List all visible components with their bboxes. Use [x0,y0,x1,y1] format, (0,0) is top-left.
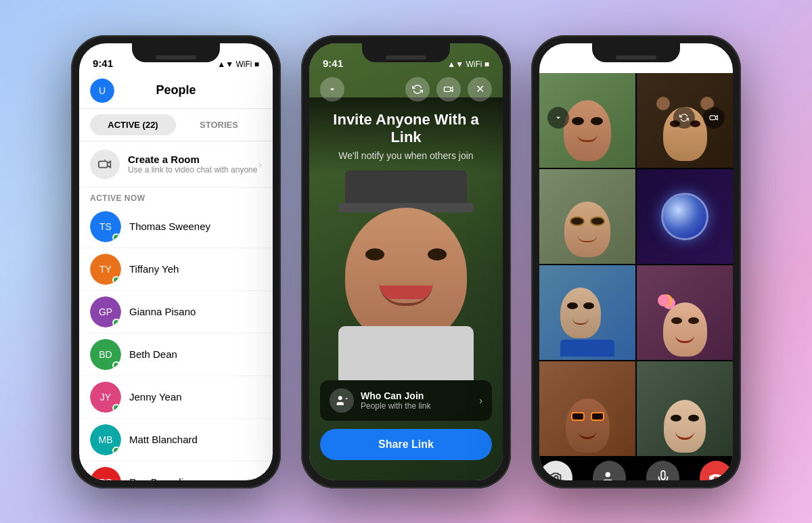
time-3: 9:41 [553,58,573,69]
close-button[interactable]: ✕ [468,77,492,101]
camera-button[interactable] [539,461,572,480]
who-can-join-text: Who Can Join People with the link [361,390,430,411]
share-link-button[interactable]: Share Link [320,429,492,460]
person-avatar-2: TY [90,254,121,285]
person-6 [663,302,707,357]
person-name-6: Matt Blanchard [129,434,198,445]
create-room-label: Create a Room [128,154,257,165]
person-name-3: Gianna Pisano [129,306,196,317]
participant-5-bg [539,265,635,360]
create-room-text: Create a Room Use a link to video chat w… [128,154,257,175]
mouth-8 [675,431,694,440]
person-avatar-4: BD [90,339,121,370]
person-name-5: Jenny Yean [129,391,182,403]
phone2-content: Invite Anyone With a Link We'll notify y… [309,43,503,480]
mouth-5 [572,318,589,325]
svg-rect-5 [710,116,715,120]
list-item[interactable]: BD Beth Dean [79,334,273,376]
orb-face [661,193,708,240]
user-avatar[interactable]: U [90,78,114,103]
cell-bg-5 [539,265,635,360]
online-dot-1 [112,233,120,242]
p3-video-toggle[interactable] [703,107,725,129]
eye-r-8 [688,415,699,422]
grid-cell-3 [539,169,635,264]
svg-point-7 [605,472,610,477]
p3-back-button[interactable] [547,107,569,129]
participant-7-bg [539,361,635,456]
shirt [338,326,474,380]
grid-cell-8 [637,361,733,456]
person-avatar-3: GP [90,296,121,327]
eye-l-6 [671,317,682,324]
grid-cell-4 [637,169,733,264]
list-item[interactable]: GP Gianna Pisano [79,291,273,334]
ear-speaker-2 [386,55,426,60]
tab-active[interactable]: ACTIVE (22) [90,114,176,135]
list-item[interactable]: RB Ron Besselin [79,461,273,480]
video-toggle-button[interactable] [436,77,461,101]
flower-filter [658,294,670,306]
end-call-button[interactable] [700,461,733,480]
phone3-bottom-bar [539,456,733,480]
svg-point-6 [554,476,558,480]
list-item[interactable]: JY Jenny Yean [79,376,273,419]
eye-r-6 [688,317,699,324]
glasses-r [590,217,605,226]
grid-cell-6 [637,265,733,360]
who-can-join-row[interactable]: Who Can Join People with the link › [320,380,492,421]
who-can-join-label: Who Can Join [361,390,430,401]
phone-2-screen: 9:41 ▲▼ WiFi ■ [309,43,503,480]
teeth [379,286,433,299]
mouth [379,282,433,306]
participant-6-bg [637,265,733,360]
phone3-top-controls [539,103,733,133]
shirt-5 [560,340,614,357]
ear-speaker-3 [616,55,656,60]
eye-l-8 [671,415,681,422]
mouth-3 [578,235,597,242]
eye-right [428,248,447,260]
tab-stories[interactable]: STORIES [176,114,262,135]
face-5 [560,288,601,338]
online-dot-5 [112,404,120,412]
mouth-1 [577,134,597,142]
list-item[interactable]: TY Tiffany Yeh [79,248,273,291]
flip-camera-button[interactable] [405,77,430,101]
status-icons-3: ▲▼ WiFi ■ [677,60,719,69]
invite-sub: We'll notify you when others join [323,150,489,161]
mute-button[interactable] [646,461,679,480]
person-name-7: Ron Besselin [129,476,189,480]
cell-bg-7 [539,361,635,456]
svg-point-4 [338,396,342,400]
person-name-2: Tiffany Yeh [129,263,179,275]
hat-top [345,170,467,208]
glasses-color-r [591,412,604,421]
person-body [328,170,484,380]
phone-1: 9:41 ▲▼ WiFi ■ U People ACTIVE (22) STOR… [71,35,281,488]
invite-overlay: Invite Anyone With a Link We'll notify y… [309,97,503,175]
participant-4-bg [637,169,733,264]
section-label: ACTIVE NOW [79,188,273,206]
cell-bg-4 [637,169,733,264]
list-item[interactable]: MB Matt Blanchard [79,419,273,461]
online-dot-6 [112,447,120,455]
status-icons-2: ▲▼ WiFi ■ [447,60,489,69]
list-item[interactable]: TS Thomas Sweeney [79,206,273,248]
person-avatar-5: JY [90,382,121,413]
grid-cell-7 [539,361,635,456]
create-room-row[interactable]: Create a Room Use a link to video chat w… [79,141,273,188]
person-name-1: Thomas Sweeney [129,221,210,232]
p3-flip-camera[interactable] [673,107,695,129]
phone3-content [539,73,733,480]
online-dot-4 [112,361,120,369]
participant-3-bg [539,169,635,264]
online-dot-2 [112,276,120,284]
back-button[interactable] [320,77,344,101]
svg-point-2 [104,159,106,160]
add-person-button[interactable] [593,461,626,480]
page-title: People [114,83,238,97]
face-3 [564,202,610,257]
eye-l-5 [567,302,578,309]
who-can-join-icon [330,388,354,413]
